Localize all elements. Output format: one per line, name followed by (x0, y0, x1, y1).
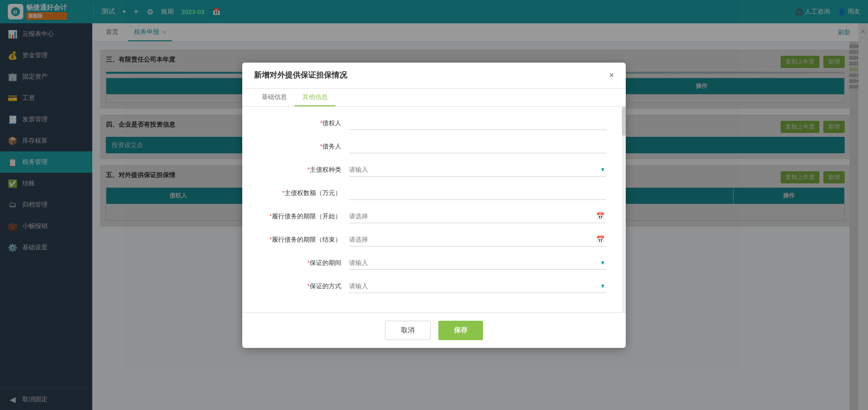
modal-footer: 取消 保存 (242, 312, 626, 348)
label-creditor: *债权人 (262, 119, 349, 128)
label-guarantee-period: *保证的期间 (262, 259, 349, 267)
input-period-end[interactable] (349, 233, 594, 246)
required-star-creditor: * (320, 119, 322, 127)
required-star-debtor: * (320, 143, 322, 150)
required-star-amount: * (282, 189, 284, 197)
form-row-guarantee-period: *保证的期间 ▾ (262, 256, 606, 270)
label-claim-type: *主债权种类 (262, 165, 349, 174)
calendar-icon-end[interactable]: 📅 (594, 235, 606, 243)
modal-add-guarantee: 新增对外提供保证担保情况 × 基础信息 其他信息 *债权人 (242, 63, 626, 348)
dropdown-arrow-guarantee-period[interactable]: ▾ (599, 259, 606, 266)
modal-overlay: 新增对外提供保证担保情况 × 基础信息 其他信息 *债权人 (0, 0, 868, 410)
form-row-debtor: *债务人 (262, 140, 606, 153)
input-claim-amount[interactable] (349, 186, 606, 200)
modal-header: 新增对外提供保证担保情况 × (242, 63, 626, 89)
save-button[interactable]: 保存 (438, 321, 483, 340)
input-creditor[interactable] (349, 116, 606, 130)
required-star-gmethod: * (307, 282, 310, 290)
select-wrap-guarantee-period: ▾ (349, 256, 606, 270)
form-row-period-start: *履行债务的期限（开始） 📅 (262, 210, 606, 223)
input-period-start[interactable] (349, 210, 594, 223)
required-star-gperiod: * (307, 259, 310, 266)
cancel-button[interactable]: 取消 (385, 321, 431, 340)
form-row-period-end: *履行债务的期限（结束） 📅 (262, 233, 606, 246)
required-star-start: * (269, 213, 272, 220)
modal-body: *债权人 *债务人 *主债权种类 ▾ (242, 107, 626, 312)
modal-title: 新增对外提供保证担保情况 (254, 70, 347, 81)
form-row-claim-amount: *主债权数额（万元） (262, 186, 606, 200)
input-debtor[interactable] (349, 140, 606, 153)
label-period-start: *履行债务的期限（开始） (262, 212, 349, 221)
tab-basic-info[interactable]: 基础信息 (254, 89, 295, 106)
input-claim-type[interactable] (349, 163, 599, 176)
dropdown-arrow-claim-type[interactable]: ▾ (599, 165, 606, 173)
modal-close-button[interactable]: × (609, 70, 614, 81)
date-wrap-start: 📅 (349, 210, 606, 223)
modal-scrollbar-track (622, 107, 626, 312)
label-period-end: *履行债务的期限（结束） (262, 235, 349, 244)
input-guarantee-method[interactable] (349, 279, 599, 293)
form-row-claim-type: *主债权种类 ▾ (262, 163, 606, 177)
calendar-icon-start[interactable]: 📅 (594, 212, 606, 220)
label-guarantee-method: *保证的方式 (262, 282, 349, 291)
tab-other-info[interactable]: 其他信息 (295, 89, 335, 106)
modal-form-tabs: 基础信息 其他信息 (242, 89, 626, 107)
select-wrap-claim-type: ▾ (349, 163, 606, 177)
select-wrap-guarantee-method: ▾ (349, 279, 606, 293)
input-guarantee-period[interactable] (349, 256, 599, 269)
form-row-creditor: *债权人 (262, 116, 606, 130)
required-star-claim-type: * (307, 166, 310, 173)
label-claim-amount: *主债权数额（万元） (262, 189, 349, 197)
label-debtor: *债务人 (262, 142, 349, 151)
required-star-end: * (269, 236, 272, 243)
date-wrap-end: 📅 (349, 233, 606, 246)
form-row-guarantee-method: *保证的方式 ▾ (262, 279, 606, 293)
dropdown-arrow-guarantee-method[interactable]: ▾ (599, 282, 606, 290)
modal-scrollbar-thumb (622, 107, 626, 136)
